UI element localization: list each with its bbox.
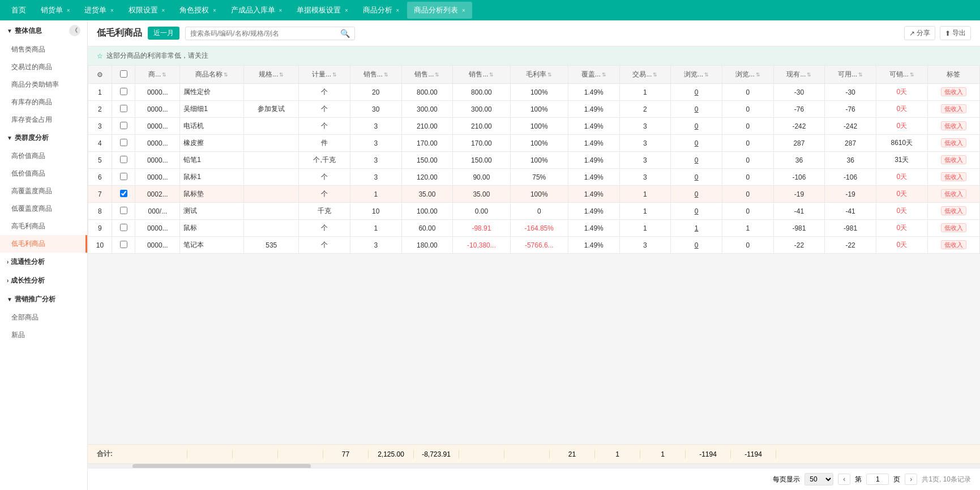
prev-page-btn[interactable]: ‹ <box>838 474 850 485</box>
nav-item-roles[interactable]: 角色授权 × <box>173 2 222 19</box>
row-checkbox[interactable] <box>120 190 127 197</box>
nav-item-home[interactable]: 首页 <box>5 2 33 19</box>
cell-checkbox[interactable] <box>112 169 135 186</box>
sidebar-item-new-products[interactable]: 新品 <box>0 326 87 344</box>
sidebar-item-high-coverage[interactable]: 高覆盖度商品 <box>0 182 87 200</box>
table-row[interactable]: 8 000/... 测试 千克 10 100.00 0.00 0 1.49% 1… <box>88 203 980 220</box>
nav-item-analysis-list[interactable]: 商品分析列表 × <box>407 2 472 19</box>
col-saleable[interactable]: 可销...⇅ <box>876 66 927 84</box>
row-checkbox[interactable] <box>120 105 127 112</box>
cell-checkbox[interactable] <box>112 220 135 237</box>
cell-browse1[interactable]: 0 <box>671 84 722 101</box>
cell-browse1[interactable]: 0 <box>671 237 722 254</box>
cell-browse1[interactable]: 0 <box>671 203 722 220</box>
col-checkbox[interactable] <box>112 66 135 84</box>
row-checkbox[interactable] <box>120 156 127 163</box>
sidebar-item-low-coverage[interactable]: 低覆盖度商品 <box>0 200 87 218</box>
col-coverage[interactable]: 覆盖...⇅ <box>568 66 619 84</box>
search-icon[interactable]: 🔍 <box>340 29 350 38</box>
table-row[interactable]: 10 0000... 笔记本 535 个 3 180.00 -10,380...… <box>88 237 980 254</box>
sidebar-item-category-rate[interactable]: 商品分类助销率 <box>0 76 87 93</box>
export-btn[interactable]: ⬆ 导出 <box>940 26 971 40</box>
select-all-checkbox[interactable] <box>120 70 127 78</box>
row-checkbox[interactable] <box>120 88 127 95</box>
sidebar-item-sales-products[interactable]: 销售类商品 <box>0 41 87 58</box>
row-checkbox[interactable] <box>120 224 127 231</box>
sidebar-item-high-margin[interactable]: 高毛利商品 <box>0 218 87 235</box>
browse1-link[interactable]: 0 <box>695 88 699 96</box>
browse1-link[interactable]: 0 <box>695 173 699 181</box>
sidebar-item-low-value[interactable]: 低价值商品 <box>0 165 87 182</box>
nav-item-permissions[interactable]: 权限设置 × <box>122 2 172 19</box>
sidebar-item-low-margin[interactable]: 低毛利商品 <box>0 235 87 253</box>
browse1-link[interactable]: 0 <box>695 190 699 198</box>
col-unit[interactable]: 计量...⇅ <box>299 66 350 84</box>
next-page-btn[interactable]: › <box>905 474 917 485</box>
nav-close-permissions[interactable]: × <box>162 7 165 14</box>
browse1-link[interactable]: 0 <box>695 139 699 147</box>
nav-close-products[interactable]: × <box>279 7 283 14</box>
cell-browse1[interactable]: 0 <box>671 152 722 169</box>
browse1-link[interactable]: 0 <box>695 241 699 249</box>
sidebar-item-stock-capital[interactable]: 库存资金占用 <box>0 111 87 129</box>
collapse-btn-overall[interactable]: 《 <box>69 25 80 36</box>
nav-close-roles[interactable]: × <box>213 7 216 14</box>
cell-browse1[interactable]: 1 <box>671 220 722 237</box>
col-settings[interactable]: ⚙ <box>88 66 112 84</box>
row-checkbox[interactable] <box>120 173 127 180</box>
sidebar-item-high-value[interactable]: 高价值商品 <box>0 147 87 165</box>
nav-item-sales[interactable]: 销货单 × <box>34 2 76 19</box>
col-transaction[interactable]: 交易...⇅ <box>619 66 671 84</box>
nav-close-analysis-list[interactable]: × <box>462 7 465 14</box>
table-row[interactable]: 2 0000... 吴细细1 参加复试 个 30 300.00 300.00 1… <box>88 101 980 118</box>
col-spec[interactable]: 规格...⇅ <box>244 66 299 84</box>
nav-close-sales[interactable]: × <box>67 7 70 14</box>
browse1-link[interactable]: 1 <box>695 224 699 232</box>
sidebar-item-traded[interactable]: 交易过的商品 <box>0 58 87 76</box>
browse1-link[interactable]: 0 <box>695 122 699 130</box>
nav-close-template[interactable]: × <box>345 7 348 14</box>
col-sales-profit[interactable]: 销售...⇅ <box>453 66 510 84</box>
nav-item-analysis[interactable]: 商品分析 × <box>356 2 406 19</box>
page-number-input[interactable] <box>866 474 889 485</box>
table-row[interactable]: 7 0002... 鼠标垫 个 1 35.00 35.00 100% 1.49%… <box>88 186 980 203</box>
table-container[interactable]: ⚙ 商...⇅ 商品名称⇅ 规格...⇅ 计量...⇅ 销售...⇅ 销售...… <box>88 65 980 444</box>
col-name[interactable]: 商品名称⇅ <box>180 66 244 84</box>
col-gross-margin[interactable]: 毛利率⇅ <box>510 66 568 84</box>
col-sales-price[interactable]: 销售...⇅ <box>401 66 453 84</box>
table-row[interactable]: 5 0000... 铅笔1 个,千克 3 150.00 150.00 100% … <box>88 152 980 169</box>
sidebar-group-marketing[interactable]: ▼ 营销推广分析 <box>0 290 87 309</box>
cell-browse1[interactable]: 0 <box>671 101 722 118</box>
sidebar-group-cluster[interactable]: ▼ 类群度分析 <box>0 129 87 147</box>
table-row[interactable]: 1 0000... 属性定价 个 20 800.00 800.00 100% 1… <box>88 84 980 101</box>
cell-checkbox[interactable] <box>112 237 135 254</box>
table-row[interactable]: 9 0000... 鼠标 个 1 60.00 -98.91 -164.85% 1… <box>88 220 980 237</box>
date-filter-btn[interactable]: 近一月 <box>148 27 179 40</box>
horizontal-scrollbar[interactable] <box>88 463 980 468</box>
cell-browse1[interactable]: 0 <box>671 118 722 135</box>
cell-checkbox[interactable] <box>112 118 135 135</box>
sidebar-group-circulation[interactable]: › 流通性分析 <box>0 253 87 271</box>
col-browse2[interactable]: 浏览...⇅ <box>722 66 773 84</box>
cell-checkbox[interactable] <box>112 152 135 169</box>
nav-close-purchase[interactable]: × <box>110 7 114 14</box>
nav-item-template[interactable]: 单据模板设置 × <box>290 2 354 19</box>
col-sales-qty[interactable]: 销售...⇅ <box>350 66 401 84</box>
nav-item-products[interactable]: 产成品入库单 × <box>224 2 289 19</box>
browse1-link[interactable]: 0 <box>695 105 699 113</box>
row-checkbox[interactable] <box>120 207 127 214</box>
row-checkbox[interactable] <box>120 139 127 146</box>
share-btn[interactable]: ↗ 分享 <box>904 26 935 40</box>
row-checkbox[interactable] <box>120 241 127 248</box>
sidebar-item-in-stock[interactable]: 有库存的商品 <box>0 93 87 111</box>
cell-browse1[interactable]: 0 <box>671 186 722 203</box>
browse1-link[interactable]: 0 <box>695 207 699 215</box>
row-checkbox[interactable] <box>120 122 127 129</box>
nav-item-purchase[interactable]: 进货单 × <box>78 2 120 19</box>
col-browse1[interactable]: 浏览...⇅ <box>671 66 722 84</box>
sidebar-group-growth[interactable]: › 成长性分析 <box>0 271 87 290</box>
search-input[interactable] <box>190 29 340 37</box>
cell-checkbox[interactable] <box>112 101 135 118</box>
cell-browse1[interactable]: 0 <box>671 135 722 152</box>
col-code[interactable]: 商...⇅ <box>135 66 180 84</box>
